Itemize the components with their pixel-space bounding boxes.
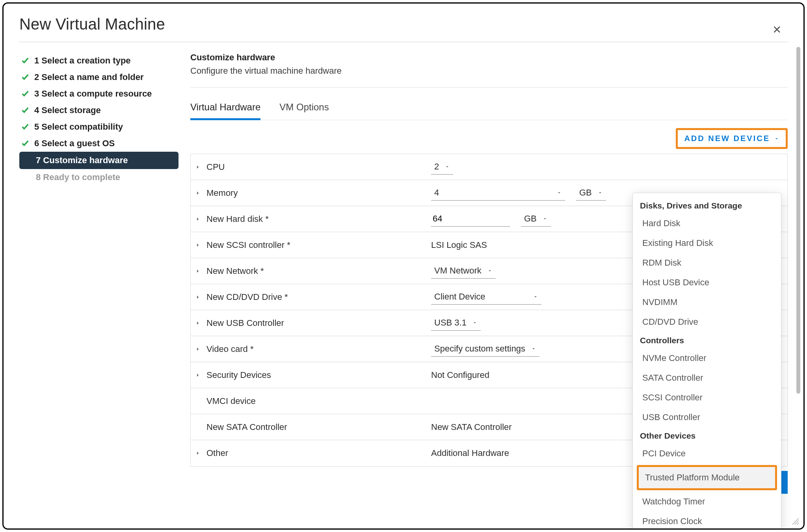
chevron-right-icon xyxy=(195,450,201,456)
video-value: Specify custom settings xyxy=(434,344,525,354)
memory-unit: GB xyxy=(579,188,592,198)
tabs: Virtual Hardware VM Options xyxy=(190,102,788,120)
step-label: 5 Select compatibility xyxy=(34,122,123,132)
step-label: 6 Select a guest OS xyxy=(34,138,115,149)
menu-item-tpm-highlighted[interactable]: Trusted Platform Module xyxy=(637,465,777,490)
row-label: New CD/DVD Drive * xyxy=(206,292,288,302)
chevron-down-icon xyxy=(556,190,562,195)
step-4[interactable]: 4 Select storage xyxy=(19,102,179,119)
chevron-down-icon xyxy=(472,320,478,326)
close-icon[interactable]: ✕ xyxy=(772,23,781,36)
row-label: CPU xyxy=(206,162,225,172)
other-value: Additional Hardware xyxy=(431,448,509,458)
menu-item-hard-disk[interactable]: Hard Disk xyxy=(633,214,781,233)
cpu-select[interactable]: 2 xyxy=(431,159,453,175)
menu-item-nvdimm[interactable]: NVDIMM xyxy=(633,292,781,312)
usb-select[interactable]: USB 3.1 xyxy=(431,315,481,331)
step-label: 2 Select a name and folder xyxy=(34,72,144,82)
check-icon xyxy=(21,139,30,148)
step-label: 1 Select a creation type xyxy=(34,56,131,66)
chevron-down-icon xyxy=(531,346,536,352)
chevron-right-icon xyxy=(195,372,201,378)
menu-item-existing-hard-disk[interactable]: Existing Hard Disk xyxy=(633,233,781,253)
add-device-bar: ADD NEW DEVICE xyxy=(190,120,788,149)
chevron-right-icon xyxy=(195,268,201,274)
chevron-right-icon xyxy=(195,242,201,248)
row-label: Security Devices xyxy=(206,370,271,380)
step-1[interactable]: 1 Select a creation type xyxy=(19,52,179,69)
memory-value: 4 xyxy=(434,188,439,198)
section-subtitle: Configure the virtual machine hardware xyxy=(190,66,788,76)
chevron-right-icon xyxy=(195,346,201,352)
chevron-down-icon xyxy=(487,268,493,273)
menu-header-controllers: Controllers xyxy=(633,332,781,348)
menu-item-precision-clock[interactable]: Precision Clock xyxy=(633,512,781,530)
menu-item-sata-controller[interactable]: SATA Controller xyxy=(633,368,781,388)
chevron-down-icon xyxy=(444,164,450,169)
chevron-down-icon xyxy=(597,190,603,195)
memory-select[interactable]: 4 xyxy=(431,185,565,201)
wizard-columns: 1 Select a creation type 2 Select a name… xyxy=(19,52,788,518)
step-6[interactable]: 6 Select a guest OS xyxy=(19,135,179,152)
new-vm-dialog: New Virtual Machine ✕ 1 Select a creatio… xyxy=(2,2,805,530)
memory-unit-select[interactable]: GB xyxy=(576,185,606,201)
check-icon xyxy=(21,89,30,98)
resize-handle-icon[interactable] xyxy=(792,517,800,525)
add-new-device-button[interactable]: ADD NEW DEVICE xyxy=(676,128,788,149)
harddisk-unit-select[interactable]: GB xyxy=(521,211,551,227)
step-label: 4 Select storage xyxy=(34,105,101,115)
harddisk-size-input[interactable] xyxy=(431,211,510,227)
dialog-title: New Virtual Machine xyxy=(19,15,788,33)
add-device-menu: Disks, Drives and Storage Hard Disk Exis… xyxy=(632,193,781,530)
chevron-down-icon xyxy=(533,294,538,299)
chevron-right-icon xyxy=(195,294,201,300)
menu-item-watchdog-timer[interactable]: Watchdog Timer xyxy=(633,492,781,512)
cddvd-select[interactable]: Client Device xyxy=(431,289,541,305)
tab-virtual-hardware[interactable]: Virtual Hardware xyxy=(190,102,260,120)
video-select[interactable]: Specify custom settings xyxy=(431,341,539,357)
divider xyxy=(19,42,788,42)
step-7-active[interactable]: 7 Customize hardware xyxy=(19,152,179,169)
divider xyxy=(190,87,788,87)
menu-item-scsi-controller[interactable]: SCSI Controller xyxy=(633,388,781,407)
chevron-right-icon xyxy=(195,216,201,222)
sata-value: New SATA Controller xyxy=(431,422,512,432)
step-label: 8 Ready to complete xyxy=(36,172,120,182)
add-new-device-label: ADD NEW DEVICE xyxy=(684,134,770,143)
row-label: VMCI device xyxy=(195,396,256,406)
menu-item-cddvd[interactable]: CD/DVD Drive xyxy=(633,312,781,332)
row-label: New Network * xyxy=(206,266,264,276)
chevron-down-icon xyxy=(774,136,779,141)
menu-item-nvme-controller[interactable]: NVMe Controller xyxy=(633,348,781,368)
menu-header-storage: Disks, Drives and Storage xyxy=(633,197,781,214)
cddvd-value: Client Device xyxy=(434,292,485,302)
section-title: Customize hardware xyxy=(190,52,788,63)
chevron-right-icon xyxy=(195,320,201,326)
chevron-down-icon xyxy=(542,216,548,221)
menu-header-other: Other Devices xyxy=(633,427,781,444)
network-select[interactable]: VM Network xyxy=(431,263,496,279)
step-2[interactable]: 2 Select a name and folder xyxy=(19,69,179,86)
cpu-value: 2 xyxy=(434,162,439,172)
row-label: New SATA Controller xyxy=(195,422,287,432)
check-icon xyxy=(21,123,30,131)
scrollbar-thumb[interactable] xyxy=(796,47,800,394)
row-label: Memory xyxy=(206,188,238,198)
menu-item-rdm-disk[interactable]: RDM Disk xyxy=(633,253,781,273)
step-5[interactable]: 5 Select compatibility xyxy=(19,119,179,135)
step-3[interactable]: 3 Select a compute resource xyxy=(19,86,179,102)
step-label: 7 Customize hardware xyxy=(36,155,128,166)
chevron-right-icon xyxy=(195,190,201,196)
menu-item-host-usb[interactable]: Host USB Device xyxy=(633,273,781,292)
vertical-scrollbar[interactable] xyxy=(796,47,800,394)
row-cpu[interactable]: CPU 2 xyxy=(191,154,787,180)
unit-value: GB xyxy=(524,214,537,224)
scsi-value: LSI Logic SAS xyxy=(431,240,487,250)
menu-item-usb-controller[interactable]: USB Controller xyxy=(633,407,781,427)
usb-value: USB 3.1 xyxy=(434,318,467,328)
security-value: Not Configured xyxy=(431,370,489,380)
network-value: VM Network xyxy=(434,266,482,276)
tab-vm-options[interactable]: VM Options xyxy=(279,102,329,120)
menu-item-pci-device[interactable]: PCI Device xyxy=(633,444,781,463)
row-label: New SCSI controller * xyxy=(206,240,290,250)
